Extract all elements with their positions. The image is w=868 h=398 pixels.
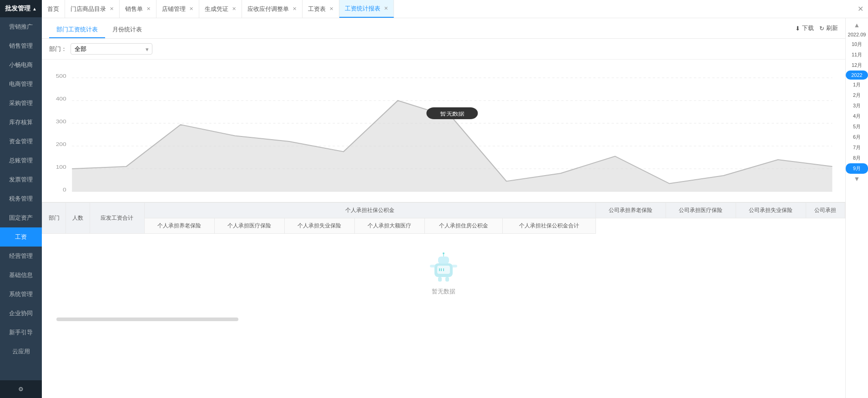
settings-icon: ⚙ — [18, 386, 24, 393]
tab-payroll-report[interactable]: 工资统计报表 ✕ — [339, 0, 394, 18]
top-tabs-bar: 首页 门店商品目录 ✕ 销售单 ✕ 店铺管理 ✕ 生成凭证 ✕ 应收应付调整单 … — [42, 0, 868, 18]
sidebar-item-purchase[interactable]: 采购管理 — [0, 94, 42, 113]
sidebar-item-sales[interactable]: 销售管理 — [0, 36, 42, 55]
subtab-dept-stats-label: 部门工资统计表 — [56, 26, 98, 33]
col-count: 人数 — [66, 203, 90, 234]
tab-sales[interactable]: 销售单 ✕ — [120, 0, 156, 18]
download-label: 下载 — [802, 24, 814, 32]
timeline-month-jun[interactable]: 6月 — [846, 132, 868, 142]
sidebar-settings[interactable]: ⚙ — [0, 380, 42, 398]
svg-text:500: 500 — [56, 73, 66, 79]
timeline-panel: ▲ 2022.09 10月 11月 12月 2022 1月 2月 3月 4月 5… — [845, 18, 868, 398]
empty-text: 暂无数据 — [432, 287, 455, 296]
col-total-salary: 应发工资合计 — [90, 203, 144, 234]
svg-rect-24 — [445, 277, 449, 282]
timeline-year-2023-badge[interactable]: 2022 — [846, 71, 868, 80]
timeline-month-nov[interactable]: 11月 — [846, 50, 868, 60]
timeline-year-2022: 2022.09 — [846, 30, 868, 39]
dept-select[interactable]: 全部 销售部 财务部 运营部 技术部 — [71, 43, 152, 55]
col-company-medical: 公司承担医疗保险 — [666, 203, 736, 218]
sidebar-item-tax[interactable]: 税务管理 — [0, 189, 42, 208]
col-company-unemployment: 公司承担失业保险 — [736, 203, 806, 218]
sidebar-arrow-icon: ▲ — [32, 6, 37, 11]
refresh-label: 刷新 — [826, 24, 838, 32]
tab-payroll-report-close[interactable]: ✕ — [384, 5, 388, 11]
tab-payroll[interactable]: 工资表 ✕ — [303, 0, 339, 18]
refresh-button[interactable]: ↻ 刷新 — [819, 24, 838, 32]
sidebar-item-finance[interactable]: 资金管理 — [0, 132, 42, 151]
tab-home[interactable]: 首页 — [42, 0, 65, 18]
sidebar-item-assets[interactable]: 固定资产 — [0, 208, 42, 227]
sidebar-item-ledger[interactable]: 总账管理 — [0, 151, 42, 170]
tab-store-catalog[interactable]: 门店商品目录 ✕ — [65, 0, 120, 18]
tab-payroll-close[interactable]: ✕ — [329, 6, 333, 12]
timeline-month-dec[interactable]: 12月 — [846, 60, 868, 71]
sidebar-item-enterprise[interactable]: 企业协同 — [0, 304, 42, 323]
sidebar-item-ecommerce-small[interactable]: 小畅电商 — [0, 55, 42, 75]
tab-store-manage-close[interactable]: ✕ — [189, 6, 193, 12]
close-all-tabs[interactable]: ✕ — [853, 5, 868, 13]
col-personal-pension: 个人承担养老保险 — [144, 218, 214, 234]
svg-text:200: 200 — [56, 141, 66, 147]
timeline-down-nav[interactable]: ▼ — [853, 174, 862, 184]
sidebar-item-basic-info[interactable]: 基础信息 — [0, 266, 42, 285]
timeline-up-nav[interactable]: ▲ — [853, 20, 862, 30]
tab-adjustment-close[interactable]: ✕ — [293, 6, 297, 12]
timeline-month-feb[interactable]: 2月 — [846, 90, 868, 101]
subtab-month-stats-label: 月份统计表 — [112, 26, 142, 33]
filter-bar: 部门： 全部 销售部 财务部 运营部 技术部 — [42, 39, 845, 60]
sub-tabs-actions: ⬇ 下载 ↻ 刷新 — [795, 24, 838, 36]
timeline-month-mar[interactable]: 3月 — [846, 101, 868, 111]
tab-store-catalog-close[interactable]: ✕ — [110, 6, 114, 12]
tab-store-manage[interactable]: 店铺管理 ✕ — [156, 0, 199, 18]
tab-sales-label: 销售单 — [125, 5, 143, 13]
horizontal-scrollbar[interactable] — [56, 317, 238, 321]
timeline-month-jul[interactable]: 7月 — [846, 142, 868, 153]
sidebar-item-operations[interactable]: 经营管理 — [0, 247, 42, 266]
svg-rect-20 — [438, 257, 449, 264]
tab-voucher[interactable]: 生成凭证 ✕ — [199, 0, 242, 18]
timeline-month-aug[interactable]: 8月 — [846, 153, 868, 163]
chart-svg: 0 100 200 300 400 500 — [49, 64, 838, 196]
tab-voucher-close[interactable]: ✕ — [232, 6, 236, 12]
svg-rect-23 — [438, 277, 442, 282]
sidebar-item-guide[interactable]: 新手引导 — [0, 323, 42, 342]
subtab-month-stats[interactable]: 月份统计表 — [105, 22, 149, 38]
timeline-month-may[interactable]: 5月 — [846, 121, 868, 132]
col-personal-total: 个人承担社保公积金合计 — [502, 218, 595, 234]
sidebar-item-cloud[interactable]: 云应用 — [0, 342, 42, 361]
svg-rect-25 — [430, 265, 435, 267]
subtab-dept-stats[interactable]: 部门工资统计表 — [49, 22, 105, 38]
svg-text:400: 400 — [56, 96, 66, 101]
sidebar-item-invoice[interactable]: 发票管理 — [0, 170, 42, 189]
chart-area: 0 100 200 300 400 500 — [42, 60, 845, 202]
sidebar-item-payroll[interactable]: 工资 — [0, 227, 42, 247]
tab-store-manage-label: 店铺管理 — [162, 5, 186, 13]
svg-text:0: 0 — [63, 187, 66, 192]
col-personal-housing: 个人承担住房公积金 — [424, 218, 502, 234]
dept-filter-label: 部门： — [49, 45, 67, 53]
svg-text:100: 100 — [56, 164, 66, 170]
svg-rect-26 — [452, 265, 457, 267]
timeline-month-oct[interactable]: 10月 — [846, 39, 868, 50]
main-area: 首页 门店商品目录 ✕ 销售单 ✕ 店铺管理 ✕ 生成凭证 ✕ 应收应付调整单 … — [42, 0, 868, 398]
timeline-month-sep[interactable]: 9月 — [846, 163, 868, 174]
sub-tabs-bar: 部门工资统计表 月份统计表 ⬇ 下载 ↻ 刷新 — [42, 18, 845, 39]
sidebar-item-ecommerce[interactable]: 电商管理 — [0, 75, 42, 94]
timeline-month-apr[interactable]: 4月 — [846, 111, 868, 121]
tab-adjustment[interactable]: 应收应付调整单 ✕ — [242, 0, 303, 18]
content-area: 部门工资统计表 月份统计表 ⬇ 下载 ↻ 刷新 — [42, 18, 868, 398]
tab-payroll-label: 工资表 — [308, 5, 326, 13]
download-button[interactable]: ⬇ 下载 — [795, 24, 814, 32]
timeline-month-jan[interactable]: 1月 — [846, 80, 868, 90]
tab-store-catalog-label: 门店商品目录 — [71, 5, 106, 13]
col-personal-medical: 个人承担医疗保险 — [214, 218, 284, 234]
sidebar-item-inventory[interactable]: 库存核算 — [0, 113, 42, 132]
sidebar-item-marketing[interactable]: 营销推广 — [0, 17, 42, 36]
tab-sales-close[interactable]: ✕ — [146, 6, 151, 12]
dept-select-wrapper: 全部 销售部 财务部 运营部 技术部 — [71, 43, 152, 55]
sidebar-title[interactable]: 批发管理 ▲ — [0, 0, 42, 17]
col-company-pension: 公司承担养老保险 — [595, 203, 666, 218]
tab-home-label: 首页 — [47, 5, 59, 13]
sidebar-item-system[interactable]: 系统管理 — [0, 285, 42, 304]
